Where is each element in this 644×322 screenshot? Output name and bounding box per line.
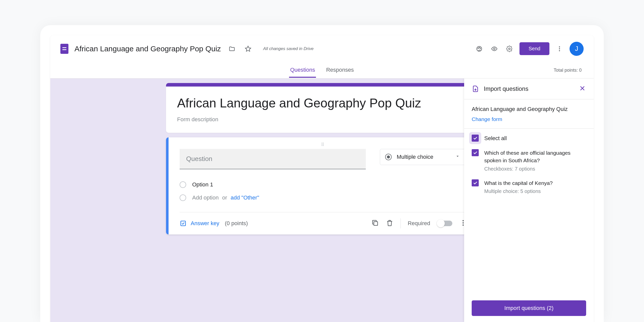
send-button[interactable]: Send [519,42,549,55]
more-icon[interactable] [554,44,565,54]
save-status: All changes saved in Drive [263,46,313,51]
add-other-link[interactable]: add "Other" [231,194,259,201]
import-source-title: African Language and Geography Quiz [472,105,586,113]
radio-empty-icon [180,194,186,201]
svg-point-1 [478,48,479,49]
chevron-down-icon [455,154,460,160]
form-header-desc[interactable]: Form description [177,116,467,123]
change-form-link[interactable]: Change form [472,116,502,122]
question-input[interactable]: Question [180,149,366,169]
question-type-label: Multiple choice [397,154,433,160]
select-all-label[interactable]: Select all [484,135,507,142]
question-card[interactable]: ⠿ Question Multiple choice Option 1 [166,137,478,234]
svg-point-7 [559,48,560,49]
option-label[interactable]: Option 1 [192,181,213,188]
avatar[interactable]: J [570,42,584,56]
forms-logo-icon[interactable] [60,44,68,54]
import-question-sub: Checkboxes: 7 options [484,166,586,172]
svg-point-8 [559,50,560,51]
svg-point-13 [463,224,464,226]
svg-point-12 [463,222,464,224]
radio-icon [385,154,392,160]
question-type-select[interactable]: Multiple choice [380,149,465,165]
tab-responses[interactable]: Responses [325,63,355,78]
import-question-sub: Multiple choice: 5 options [484,188,553,194]
close-icon[interactable] [579,85,586,93]
question-checkbox[interactable] [472,179,479,186]
tab-questions[interactable]: Questions [289,63,316,78]
delete-icon[interactable] [386,219,393,228]
import-question-text: Which of these are official languages sp… [484,149,586,165]
add-option-row[interactable]: Add option or add "Other" [180,194,467,201]
add-option-label[interactable]: Add option [192,194,219,201]
form-header-title[interactable]: African Language and Geography Pop Quiz [177,96,467,111]
answer-key-label: Answer key [191,220,219,227]
svg-point-2 [479,47,480,48]
import-questions-button[interactable]: Import questions (2) [472,300,586,316]
svg-point-11 [463,220,464,221]
duplicate-icon[interactable] [371,219,379,228]
required-label: Required [408,220,430,227]
form-header-card[interactable]: African Language and Geography Pop Quiz … [166,83,478,133]
palette-icon[interactable] [474,44,484,54]
folder-icon[interactable] [227,44,237,54]
form-title[interactable]: African Language and Geography Pop Quiz [74,45,221,53]
import-question-row[interactable]: Which of these are official languages sp… [472,149,586,172]
select-all-checkbox[interactable] [472,135,479,142]
svg-rect-10 [374,222,378,225]
svg-point-6 [559,46,560,47]
svg-point-4 [494,48,495,50]
svg-point-5 [509,48,510,50]
import-title: Import questions [484,85,528,92]
svg-point-3 [480,48,481,49]
import-question-row[interactable]: What is the capital of Kenya? Multiple c… [472,179,586,194]
points-text: (0 points) [225,220,248,227]
question-checkbox[interactable] [472,149,479,156]
required-toggle[interactable] [437,221,452,226]
preview-icon[interactable] [489,44,499,54]
answer-key-button[interactable]: Answer key [180,220,219,227]
svg-rect-9 [181,221,186,226]
import-panel: Import questions African Language and Ge… [464,78,594,322]
settings-icon[interactable] [504,44,514,54]
drag-handle-icon[interactable]: ⠿ [180,142,467,146]
radio-empty-icon [180,181,186,188]
total-points: Total points: 0 [554,68,582,73]
star-icon[interactable] [243,44,253,54]
or-label: or [222,194,227,201]
import-question-text: What is the capital of Kenya? [484,179,553,187]
divider [400,218,401,228]
option-row[interactable]: Option 1 [180,181,467,188]
import-icon [472,85,479,93]
